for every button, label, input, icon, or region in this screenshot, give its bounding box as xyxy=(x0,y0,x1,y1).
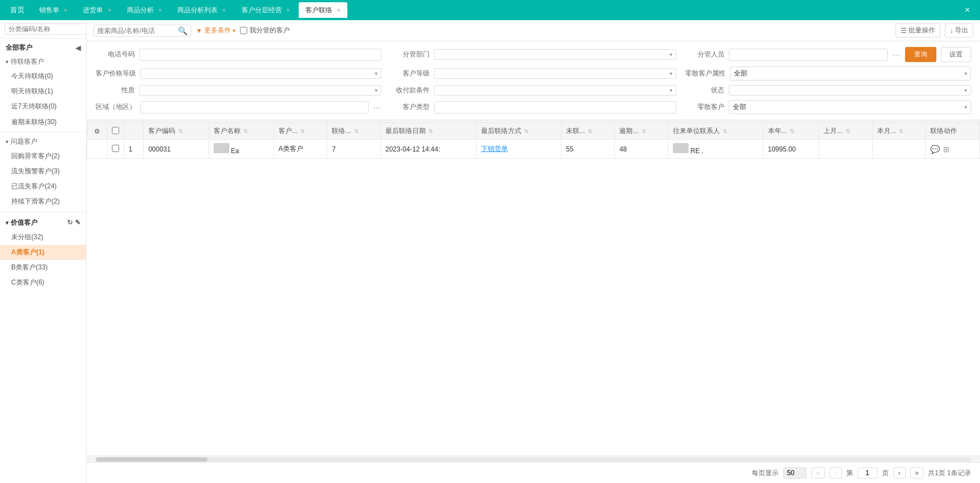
select-all-checkbox[interactable] xyxy=(112,127,119,134)
filter-input-phone[interactable] xyxy=(139,49,381,61)
col-last-contact-date[interactable]: 最后联络日期 ⇅ xyxy=(380,123,476,140)
edit-icon[interactable]: ✎ xyxy=(75,219,81,226)
filter-label-retail-attr: 零散客户属性 xyxy=(685,69,725,78)
filter-select-retail-attr[interactable]: 全部 ▾ xyxy=(730,67,971,80)
manager-dots-button[interactable]: ··· xyxy=(892,50,901,59)
tab-customer-contact[interactable]: 客户联络 × xyxy=(299,2,347,18)
filter-select-customer-grade[interactable]: ▾ xyxy=(434,68,676,79)
sidebar: 🔍 全部客户 ◀ ▾ 待联络客户 今天待联络(0) 明天待联络(1) 近7天待联… xyxy=(0,20,87,483)
total-records: 共1页 1条记录 xyxy=(928,468,971,478)
sidebar-search-input[interactable] xyxy=(4,23,87,35)
col-category[interactable]: 客户... ⇅ xyxy=(274,123,327,140)
last-page-button[interactable]: » xyxy=(910,467,924,479)
filter-row-manager: 分管人员 ··· 查询 设置 xyxy=(685,47,971,62)
sidebar-item-ungrouped[interactable]: 未分组(32) xyxy=(0,230,86,245)
customer-table: ⚙ 客户编码 ⇅ 客户名称 ⇅ 客户... ⇅ 联络... ⇅ 最后联络日期 ⇅… xyxy=(87,122,980,159)
col-code[interactable]: 客户编码 ⇅ xyxy=(144,123,209,140)
sidebar-item-overdue-contact[interactable]: 逾期未联络(30) xyxy=(0,115,86,130)
col-overdue[interactable]: 逾期... ⇅ xyxy=(615,123,668,140)
row-company-contact: RE . xyxy=(668,140,763,159)
filter-select-price-grade[interactable]: ▾ xyxy=(140,68,381,79)
last-contact-link[interactable]: 下销货单 xyxy=(481,145,508,153)
settings-button[interactable]: 设置 xyxy=(941,47,971,62)
sidebar-item-tomorrow-pending[interactable]: 明天待联络(1) xyxy=(0,84,86,99)
page-number-input[interactable] xyxy=(858,467,878,479)
col-last-month[interactable]: 上月... ⇅ xyxy=(819,123,873,140)
filter-select-payment[interactable]: ▾ xyxy=(434,85,676,96)
horizontal-scrollbar[interactable] xyxy=(87,456,980,462)
col-contact[interactable]: 联络... ⇅ xyxy=(327,123,381,140)
col-this-month[interactable]: 本月... ⇅ xyxy=(872,123,926,140)
close-tab-purchase-order[interactable]: × xyxy=(107,7,111,13)
col-no-contact[interactable]: 未联... ⇅ xyxy=(561,123,615,140)
filter-select-dept[interactable]: ▾ xyxy=(434,49,676,60)
next-page-button[interactable]: › xyxy=(893,467,906,479)
close-tab-sales-order[interactable]: × xyxy=(64,7,67,13)
col-this-year[interactable]: 本年... ⇅ xyxy=(763,123,819,140)
sidebar-item-c-class[interactable]: C类客户(6) xyxy=(0,275,86,290)
sidebar-item-a-class[interactable]: A类客户(1) xyxy=(0,245,86,260)
row-last-contact-method[interactable]: 下销货单 xyxy=(476,140,561,159)
tab-product-analysis[interactable]: 商品分析 × xyxy=(120,2,168,18)
filter-row-retail-attr: 零散客户属性 全部 ▾ xyxy=(685,67,971,80)
price-grade-arrow: ▾ xyxy=(375,70,378,77)
row-last-month xyxy=(819,140,873,159)
sidebar-item-churn-warning[interactable]: 流失预警客户(3) xyxy=(0,164,86,179)
search-input[interactable] xyxy=(97,27,176,35)
close-tab-customer-contact[interactable]: × xyxy=(337,7,340,13)
nav-home[interactable]: 首页 xyxy=(4,5,30,15)
tab-sales-order[interactable]: 销售单 × xyxy=(32,2,74,18)
query-button[interactable]: 查询 xyxy=(905,47,936,62)
col-name[interactable]: 客户名称 ⇅ xyxy=(209,123,274,140)
sidebar-collapse-icon[interactable]: ◀ xyxy=(76,44,81,52)
sidebar-item-repurchase-abnormal[interactable]: 回购异常客户(2) xyxy=(0,149,86,164)
search-button[interactable]: 🔍 xyxy=(178,26,187,35)
qr-icon[interactable]: ⊞ xyxy=(943,145,950,154)
all-customers-label: 全部客户 xyxy=(6,43,32,53)
export-button[interactable]: ↓ 导出 xyxy=(945,23,973,37)
filter-row-customer-grade: 客户等级 ▾ xyxy=(390,67,676,80)
group-pending-contact[interactable]: ▾ 待联络客户 xyxy=(0,55,86,69)
filter-input-manager[interactable] xyxy=(729,49,888,61)
filter-select-retail[interactable]: 全部 ▾ xyxy=(729,100,971,114)
sidebar-item-b-class[interactable]: B类客户(33) xyxy=(0,260,86,275)
row-select-checkbox[interactable] xyxy=(112,145,119,152)
chat-icon[interactable]: 💬 xyxy=(930,145,940,154)
sidebar-item-7days-pending[interactable]: 近7天待联络(0) xyxy=(0,99,86,114)
col-company-contact[interactable]: 往来单位联系人 ⇅ xyxy=(668,123,763,140)
filter-select-nature[interactable]: ▾ xyxy=(139,85,381,96)
col-last-contact-method[interactable]: 最后联络方式 ⇅ xyxy=(476,123,561,140)
sidebar-item-today-pending[interactable]: 今天待联络(0) xyxy=(0,69,86,84)
close-tab-product-analysis-list[interactable]: × xyxy=(222,7,225,13)
row-contact: 7 xyxy=(327,140,381,159)
group-problem-customers[interactable]: ▾ 问题客户 xyxy=(0,135,86,149)
filter-select-status[interactable]: ▾ xyxy=(729,85,971,96)
window-close-button[interactable]: × xyxy=(959,5,976,15)
row-overdue: 48 xyxy=(615,140,668,159)
more-filters-button[interactable]: ▼ 更多条件 ▾ xyxy=(196,26,235,35)
filter-input-region[interactable] xyxy=(140,101,369,113)
tab-customer-segmentation[interactable]: 客户分层经营 × xyxy=(235,2,296,18)
refresh-icon[interactable]: ↻ xyxy=(67,219,73,226)
batch-operation-button[interactable]: ☰ 批量操作 xyxy=(896,23,940,37)
tab-purchase-order[interactable]: 进货单 × xyxy=(76,2,117,18)
first-page-button[interactable]: « xyxy=(811,467,825,479)
filter-input-customer-type[interactable] xyxy=(434,101,676,113)
prev-page-button[interactable]: ‹ xyxy=(830,467,842,479)
close-tab-product-analysis[interactable]: × xyxy=(158,7,162,13)
close-tab-customer-segmentation[interactable]: × xyxy=(286,7,290,13)
my-customers-checkbox-label[interactable]: 我分管的客户 xyxy=(240,26,290,35)
value-customers-header: ▾ 价值客户 ↻ ✎ xyxy=(0,215,86,230)
toolbar: 🔍 ▼ 更多条件 ▾ 我分管的客户 ☰ 批量操作 ↓ 导出 xyxy=(87,20,980,41)
my-customers-checkbox[interactable] xyxy=(240,27,247,34)
region-dots-button[interactable]: ··· xyxy=(373,103,381,112)
tab-product-analysis-list[interactable]: 商品分析列表 × xyxy=(171,2,232,18)
col-checkbox[interactable] xyxy=(107,123,124,140)
sidebar-item-declining[interactable]: 持续下滑客户(2) xyxy=(0,194,86,209)
row-seq: 1 xyxy=(124,140,144,159)
page-size-select[interactable]: 50 xyxy=(783,467,807,479)
col-settings[interactable]: ⚙ xyxy=(87,123,107,140)
sidebar-item-churned[interactable]: 已流失客户(24) xyxy=(0,179,86,194)
row-checkbox[interactable] xyxy=(107,140,124,159)
page-size-label: 每页显示 xyxy=(752,468,779,478)
